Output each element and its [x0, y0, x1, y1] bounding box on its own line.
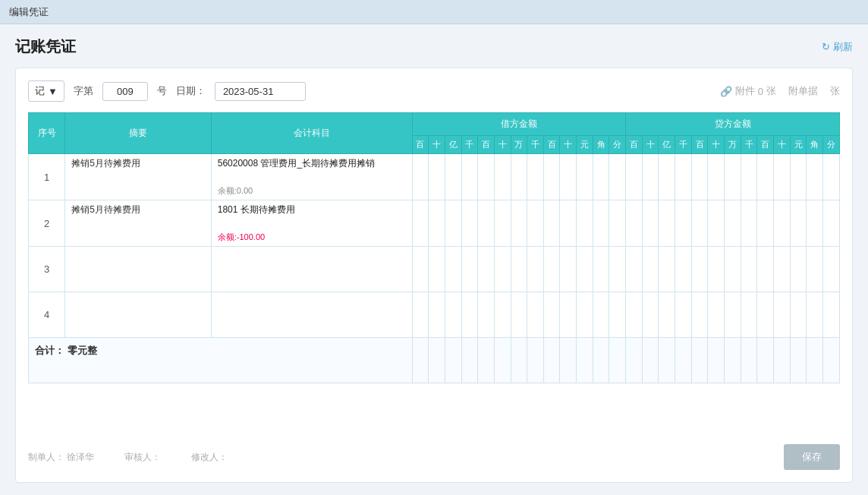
dh-19: 十 — [708, 136, 725, 154]
row1-c13[interactable] — [822, 154, 839, 200]
voucher-type-value: 记 — [35, 84, 45, 98]
row1-c1[interactable] — [626, 154, 643, 200]
row1-d8[interactable] — [527, 154, 544, 200]
row2-c7[interactable] — [725, 200, 741, 247]
row2-c5[interactable] — [691, 200, 708, 247]
row1-c9[interactable] — [757, 154, 774, 200]
row2-d11[interactable] — [577, 200, 593, 247]
row1-d2[interactable] — [429, 154, 445, 200]
main-area: 记账凭证 ↻ 刷新 记 ▼ 字第 号 日期： 🔗 — [0, 24, 868, 495]
dh-14: 百 — [626, 136, 643, 154]
dh-5: 百 — [478, 136, 495, 154]
row2-c3[interactable] — [659, 200, 675, 247]
table-header-top: 序号 摘要 会计科目 借方金额 贷方金额 — [29, 113, 840, 136]
hao-label: 号 — [157, 84, 167, 98]
row1-d11[interactable] — [577, 154, 593, 200]
row1-c7[interactable] — [725, 154, 741, 200]
row1-d10[interactable] — [560, 154, 577, 200]
date-input[interactable] — [215, 82, 306, 101]
voucher-table: 序号 摘要 会计科目 借方金额 贷方金额 百 十 亿 千 百 十 — [28, 112, 840, 383]
row1-c10[interactable] — [774, 154, 791, 200]
paperclip-icon: 🔗 — [720, 86, 732, 97]
attachments-section: 🔗 附件 0 张 附单据 张 — [720, 84, 840, 98]
row2-d5[interactable] — [478, 200, 495, 247]
page-header: 记账凭证 ↻ 刷新 — [15, 36, 853, 57]
row2-c2[interactable] — [642, 200, 659, 247]
row1-c2[interactable] — [642, 154, 659, 200]
voucher-type-select[interactable]: 记 ▼ — [28, 80, 64, 102]
refresh-button[interactable]: ↻ 刷新 — [822, 40, 853, 54]
row1-summary[interactable]: 摊销5月待摊费用 — [65, 154, 212, 200]
row1-d13[interactable] — [609, 154, 626, 200]
row3-account[interactable] — [211, 247, 412, 292]
row2-c6[interactable] — [708, 200, 725, 247]
save-button[interactable]: 保存 — [784, 444, 840, 470]
row4-summary[interactable] — [65, 292, 212, 338]
row1-c8[interactable] — [741, 154, 757, 200]
row1-d7[interactable] — [511, 154, 527, 200]
row1-c6[interactable] — [708, 154, 725, 200]
row1-d5[interactable] — [478, 154, 495, 200]
dh-21: 千 — [741, 136, 757, 154]
attach-label: 附件 — [735, 84, 755, 98]
row2-d2[interactable] — [429, 200, 445, 247]
row1-d9[interactable] — [543, 154, 560, 200]
row1-balance: 余额:0.00 — [218, 185, 406, 197]
row1-d4[interactable] — [461, 154, 478, 200]
row2-c12[interactable] — [807, 200, 823, 247]
attach-zhang: 张 — [766, 84, 776, 98]
row2-c11[interactable] — [790, 200, 807, 247]
row2-d7[interactable] — [511, 200, 527, 247]
attach-count: 0 — [758, 86, 763, 97]
row2-d1[interactable] — [412, 200, 429, 247]
dh-22: 百 — [757, 136, 774, 154]
row3-seq: 3 — [29, 247, 65, 292]
voucher-number-input[interactable] — [102, 82, 148, 101]
row2-d10[interactable] — [560, 200, 577, 247]
dh-24: 元 — [790, 136, 807, 154]
row2-c1[interactable] — [626, 200, 643, 247]
row1-account[interactable]: 56020008 管理费用_长期待摊费用摊销 余额:0.00 — [211, 154, 412, 200]
row2-c10[interactable] — [774, 200, 791, 247]
zi-di-label: 字第 — [74, 84, 93, 98]
row2-d12[interactable] — [593, 200, 609, 247]
zhang-label: 张 — [830, 84, 840, 98]
refresh-icon: ↻ — [822, 41, 830, 52]
row2-seq: 2 — [29, 200, 65, 247]
row1-account-main: 56020008 管理费用_长期待摊费用摊销 — [218, 157, 406, 170]
attach-doc[interactable]: 附单据 — [788, 84, 818, 98]
refresh-label: 刷新 — [833, 40, 853, 54]
row2-c8[interactable] — [741, 200, 757, 247]
row2-c9[interactable] — [757, 200, 774, 247]
dropdown-icon: ▼ — [48, 86, 58, 97]
row2-d3[interactable] — [445, 200, 461, 247]
row1-c5[interactable] — [691, 154, 708, 200]
row1-d6[interactable] — [494, 154, 511, 200]
row2-d9[interactable] — [543, 200, 560, 247]
row2-d6[interactable] — [494, 200, 511, 247]
dh-25: 角 — [807, 136, 823, 154]
dh-11: 元 — [577, 136, 593, 154]
row2-d8[interactable] — [527, 200, 544, 247]
row1-d12[interactable] — [593, 154, 609, 200]
row1-seq: 1 — [29, 154, 65, 200]
col-header-seq: 序号 — [29, 113, 65, 154]
row2-summary[interactable]: 摊销5月待摊费用 — [65, 200, 212, 247]
row2-d13[interactable] — [609, 200, 626, 247]
row1-c3[interactable] — [659, 154, 675, 200]
row1-d1[interactable] — [412, 154, 429, 200]
attachment-link[interactable]: 🔗 附件 0 张 — [720, 84, 776, 98]
row2-d4[interactable] — [461, 200, 478, 247]
row1-c11[interactable] — [790, 154, 807, 200]
dh-4: 千 — [461, 136, 478, 154]
row2-account[interactable]: 1801 长期待摊费用 余额:-100.00 — [211, 200, 412, 247]
row1-d3[interactable] — [445, 154, 461, 200]
row1-c4[interactable] — [675, 154, 692, 200]
table-row: 2 摊销5月待摊费用 1801 长期待摊费用 余额:-100.00 — [29, 200, 840, 247]
row4-account[interactable] — [211, 292, 412, 338]
row1-c12[interactable] — [807, 154, 823, 200]
row2-c4[interactable] — [675, 200, 692, 247]
row3-summary[interactable] — [65, 247, 212, 292]
row2-c13[interactable] — [822, 200, 839, 247]
dh-12: 角 — [593, 136, 609, 154]
